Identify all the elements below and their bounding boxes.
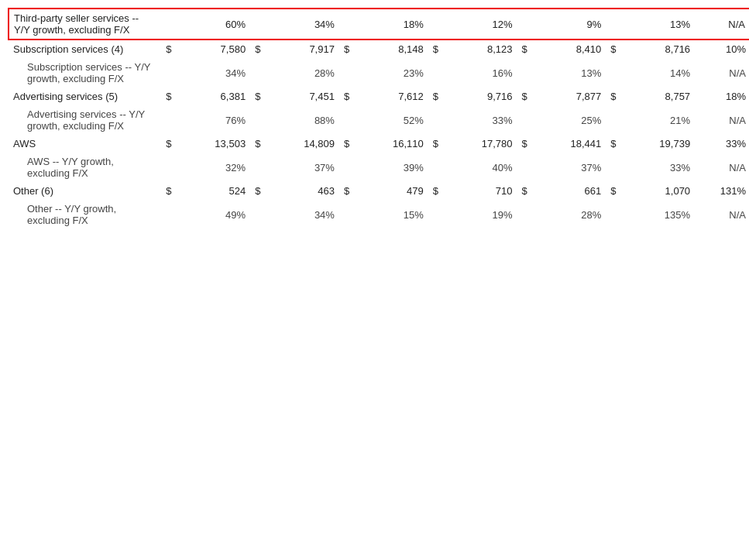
cell-value: 479 (354, 182, 428, 200)
dollar-sign: $ (606, 182, 620, 200)
dollar-sign: $ (517, 88, 532, 105)
row-label: Advertising services -- Y/Y growth, excl… (9, 105, 161, 135)
empty-symbol (606, 153, 620, 182)
empty-symbol (606, 105, 620, 135)
last-value: N/A (695, 105, 749, 135)
cell-value: 17,780 (443, 135, 517, 153)
dollar-sign: $ (606, 135, 620, 153)
table-row: Advertising services -- Y/Y growth, excl… (9, 105, 749, 135)
dollar-sign: $ (250, 88, 265, 105)
table-row: Other (6)$524$463$479$710$661$1,070131% (9, 182, 749, 200)
cell-value: 15% (354, 200, 428, 229)
cell-value: 13% (620, 9, 695, 40)
empty-symbol (339, 58, 354, 88)
cell-value: 34% (265, 200, 339, 229)
cell-value: 8,148 (354, 40, 428, 58)
dollar-sign: $ (339, 40, 354, 58)
dollar-sign: $ (517, 135, 532, 153)
last-value: 18% (695, 88, 749, 105)
empty-symbol (250, 200, 265, 229)
empty-symbol (339, 153, 354, 182)
cell-value: 19% (443, 200, 517, 229)
empty-symbol (517, 105, 532, 135)
dollar-sign: $ (606, 88, 620, 105)
cell-value: 52% (354, 105, 428, 135)
dollar-sign: $ (428, 135, 443, 153)
last-value: 10% (695, 40, 749, 58)
empty-symbol (339, 105, 354, 135)
cell-value: 8,716 (620, 40, 695, 58)
dollar-sign: $ (428, 88, 443, 105)
empty-symbol (161, 153, 176, 182)
last-value: N/A (695, 153, 749, 182)
last-value: 33% (695, 135, 749, 153)
table-row: AWS -- Y/Y growth, excluding F/X32%37%39… (9, 153, 749, 182)
cell-value: 60% (176, 9, 250, 40)
table-row: Third-party seller services -- Y/Y growt… (9, 9, 749, 40)
table-row: Subscription services (4)$7,580$7,917$8,… (9, 40, 749, 58)
cell-value: 8,123 (443, 40, 517, 58)
dollar-sign: $ (161, 40, 176, 58)
row-label: Other (6) (9, 182, 161, 200)
cell-value: 33% (620, 153, 695, 182)
cell-value: 710 (443, 182, 517, 200)
empty-symbol (606, 58, 620, 88)
cell-value: 7,451 (265, 88, 339, 105)
cell-value: 661 (532, 182, 606, 200)
cell-value: 16% (443, 58, 517, 88)
table-row: Other -- Y/Y growth, excluding F/X49%34%… (9, 200, 749, 229)
cell-value: 28% (532, 200, 606, 229)
row-label: Subscription services -- Y/Y growth, exc… (9, 58, 161, 88)
cell-value: 37% (532, 153, 606, 182)
cell-value: 32% (176, 153, 250, 182)
cell-value: 34% (265, 9, 339, 40)
empty-symbol (161, 58, 176, 88)
empty-symbol (428, 58, 443, 88)
empty-symbol (161, 105, 176, 135)
cell-value: 18,441 (532, 135, 606, 153)
empty-symbol (250, 105, 265, 135)
dollar-sign: $ (517, 40, 532, 58)
empty-symbol (606, 200, 620, 229)
empty-symbol (428, 9, 443, 40)
cell-value: 8,757 (620, 88, 695, 105)
empty-symbol (339, 9, 354, 40)
cell-value: 1,070 (620, 182, 695, 200)
table-row: Subscription services -- Y/Y growth, exc… (9, 58, 749, 88)
cell-value: 9,716 (443, 88, 517, 105)
dollar-sign: $ (250, 135, 265, 153)
cell-value: 34% (176, 58, 250, 88)
cell-value: 49% (176, 200, 250, 229)
row-label: Subscription services (4) (9, 40, 161, 58)
last-value: N/A (695, 58, 749, 88)
cell-value: 7,612 (354, 88, 428, 105)
cell-value: 13,503 (176, 135, 250, 153)
cell-value: 37% (265, 153, 339, 182)
cell-value: 7,580 (176, 40, 250, 58)
last-value: N/A (695, 200, 749, 229)
empty-symbol (428, 200, 443, 229)
empty-symbol (606, 9, 620, 40)
dollar-sign: $ (250, 40, 265, 58)
table-row: Advertising services (5)$6,381$7,451$7,6… (9, 88, 749, 105)
financial-table: Third-party seller services -- Y/Y growt… (8, 8, 749, 229)
cell-value: 19,739 (620, 135, 695, 153)
row-label: AWS -- Y/Y growth, excluding F/X (9, 153, 161, 182)
cell-value: 18% (354, 9, 428, 40)
cell-value: 33% (443, 105, 517, 135)
empty-symbol (250, 58, 265, 88)
cell-value: 25% (532, 105, 606, 135)
last-value: 131% (695, 182, 749, 200)
cell-value: 8,410 (532, 40, 606, 58)
dollar-sign: $ (339, 135, 354, 153)
empty-symbol (250, 9, 265, 40)
row-label: Third-party seller services -- Y/Y growt… (9, 9, 161, 40)
cell-value: 7,917 (265, 40, 339, 58)
cell-value: 21% (620, 105, 695, 135)
cell-value: 13% (532, 58, 606, 88)
dollar-sign: $ (606, 40, 620, 58)
cell-value: 76% (176, 105, 250, 135)
empty-symbol (428, 153, 443, 182)
cell-value: 463 (265, 182, 339, 200)
cell-value: 9% (532, 9, 606, 40)
